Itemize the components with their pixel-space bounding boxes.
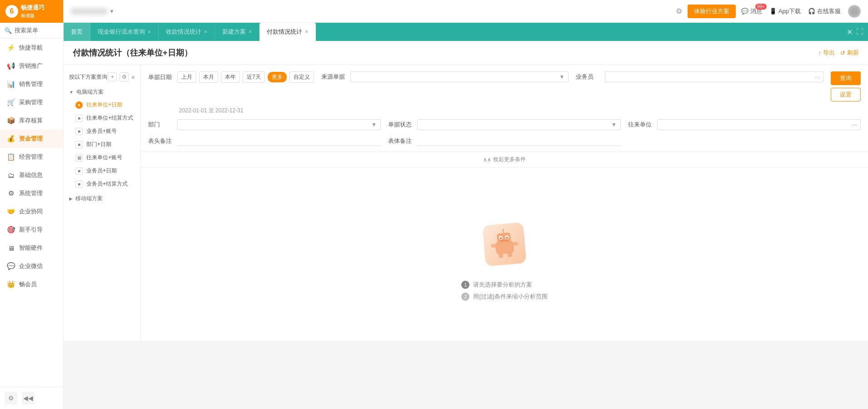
scheme-item-counterpart-date[interactable]: ● 往来单位+日期 bbox=[64, 98, 140, 111]
scheme-item-salesman-settlement[interactable]: ■ 业务员+结算方式 bbox=[64, 177, 140, 191]
tab-home-label: 首页 bbox=[71, 28, 83, 36]
export-btn[interactable]: ↑ 导出 bbox=[818, 49, 835, 57]
user-avatar[interactable] bbox=[848, 5, 861, 18]
tab-payment-stats-close[interactable]: × bbox=[305, 29, 308, 35]
tab-close-all-icon[interactable]: ✕ bbox=[847, 28, 853, 36]
tab-receivable-close[interactable]: × bbox=[204, 29, 207, 35]
member-icon: 👑 bbox=[6, 280, 15, 289]
voucher-status-select[interactable]: ▼ bbox=[417, 119, 621, 130]
source-voucher-group: 来源单据 ▼ bbox=[321, 71, 569, 82]
sidebar-item-finance[interactable]: 💰 资金管理 bbox=[0, 130, 63, 148]
topbar-settings-icon[interactable]: ⚙ bbox=[676, 7, 682, 15]
tab-new-plan-close[interactable]: × bbox=[249, 29, 252, 35]
empty-tip-1: 1 请先选择要分析的方案 bbox=[461, 281, 547, 289]
header-note-input[interactable] bbox=[177, 136, 381, 146]
refresh-btn[interactable]: ↺ 刷新 bbox=[840, 49, 859, 57]
date-btn-7days[interactable]: 近7天 bbox=[243, 71, 265, 83]
tab-bank-flow-label: 现金银行流水查询 bbox=[98, 28, 145, 36]
mobile-arrow-icon: ▶ bbox=[69, 196, 73, 201]
scheme-panel-icons: + ⚙ « bbox=[108, 72, 135, 81]
settings-bottom-icon[interactable]: ⚙ bbox=[5, 392, 17, 404]
service-icon: 🎧 bbox=[808, 8, 815, 15]
sidebar-item-system[interactable]: ⚙ 系统管理 bbox=[0, 184, 63, 202]
date-btn-custom[interactable]: 自定义 bbox=[289, 71, 314, 83]
tab-new-plan[interactable]: 新建方案 × bbox=[215, 23, 259, 41]
body-note-input[interactable] bbox=[417, 136, 621, 146]
sidebar-label-enterprise: 企业协同 bbox=[19, 207, 43, 216]
scheme-collapse-icon[interactable]: « bbox=[131, 73, 135, 81]
add-icon-char: + bbox=[111, 74, 114, 80]
voucher-status-arrow: ▼ bbox=[611, 121, 617, 128]
purchase-icon: 🛒 bbox=[6, 98, 15, 107]
tab-receivable[interactable]: 收款情况统计 × bbox=[159, 23, 215, 41]
desktop-group-header[interactable]: ▼ 电脑端方案 bbox=[64, 86, 140, 98]
scheme-item-salesman-date[interactable]: ■ 业务员+日期 bbox=[64, 164, 140, 177]
quick-nav-icon: ⚡ bbox=[6, 43, 15, 52]
collapse-sidebar-icon[interactable]: ◀◀ bbox=[22, 392, 35, 404]
search-menu[interactable]: 🔍 搜索菜单 bbox=[0, 23, 63, 39]
add-scheme-icon[interactable]: + bbox=[108, 72, 117, 81]
scheme-icon-counterpart-settlement: ■ bbox=[75, 115, 83, 122]
sidebar-item-enterprise[interactable]: 🤝 企业协同 bbox=[0, 202, 63, 221]
scheme-and-filter-wrap: 按以下方案查询 + ⚙ « ▼ 电脑端方案 bbox=[64, 65, 868, 341]
date-btn-more[interactable]: 更多 bbox=[268, 72, 287, 82]
counterpart-label: 往来单位 bbox=[628, 121, 653, 129]
tab-expand-icon[interactable]: ⛶ bbox=[856, 28, 863, 36]
sidebar-item-member[interactable]: 👑 畅会员 bbox=[0, 275, 63, 293]
page-header: 付款情况统计（往来单位+日期） ↑ 导出 ↺ 刷新 bbox=[64, 41, 868, 65]
salesman-select[interactable]: ··· bbox=[605, 71, 823, 82]
scheme-item-counterpart-account[interactable]: ▦ 往来单位+账号 bbox=[64, 151, 140, 164]
sidebar-item-base-info[interactable]: 🗂 基础信息 bbox=[0, 166, 63, 184]
app-sub: 标准版 bbox=[21, 13, 45, 19]
topbar: ▼ ⚙ 体验行业方案 💬 消息 99+ 📱 App下载 🎧 在线客服 bbox=[64, 0, 868, 23]
mobile-group-header[interactable]: ▶ 移动端方案 bbox=[64, 192, 140, 205]
source-voucher-select[interactable]: ▼ bbox=[350, 71, 569, 82]
scheme-item-counterpart-settlement[interactable]: ■ 往来单位+结算方式 bbox=[64, 111, 140, 125]
source-voucher-arrow: ▼ bbox=[559, 74, 564, 80]
tab-payment-stats-label: 付款情况统计 bbox=[267, 28, 302, 36]
sidebar-item-purchase[interactable]: 🛒 采购管理 bbox=[0, 93, 63, 111]
tab-payment-stats[interactable]: 付款情况统计 × bbox=[259, 23, 316, 41]
svg-rect-11 bbox=[499, 253, 504, 258]
right-panel: 单据日期 上月 本月 本年 近7天 更多 自定义 bbox=[141, 65, 868, 341]
message-icon: 💬 bbox=[741, 8, 748, 15]
sidebar-item-weixin[interactable]: 💬 企业微信 bbox=[0, 257, 63, 275]
tab-bank-flow-close[interactable]: × bbox=[148, 29, 151, 35]
sidebar-label-quick-nav: 快捷导航 bbox=[19, 44, 43, 52]
scheme-icon-salesman-date: ■ bbox=[75, 167, 83, 175]
desktop-arrow-icon: ▼ bbox=[69, 90, 74, 95]
header-note-label: 表头备注 bbox=[148, 137, 174, 145]
date-btn-last-month[interactable]: 上月 bbox=[177, 71, 196, 83]
scheme-panel-title: 按以下方案查询 bbox=[69, 73, 107, 81]
sidebar-item-operations[interactable]: 📋 经营管理 bbox=[0, 148, 63, 166]
svg-point-8 bbox=[502, 229, 504, 231]
collapse-btn[interactable]: ∧∧ 收起更多条件 bbox=[483, 156, 526, 163]
trial-btn[interactable]: 体验行业方案 bbox=[688, 5, 736, 18]
sidebar-item-guide[interactable]: 🎯 新手引导 bbox=[0, 221, 63, 239]
sidebar-item-sales[interactable]: 📊 销售管理 bbox=[0, 75, 63, 93]
date-btn-this-month[interactable]: 本月 bbox=[199, 71, 218, 83]
sidebar-item-marketing[interactable]: 📢 营销推广 bbox=[0, 57, 63, 75]
sidebar-item-quick-nav[interactable]: ⚡ 快捷导航 bbox=[0, 39, 63, 57]
app-download-btn[interactable]: 📱 App下载 bbox=[769, 7, 801, 15]
query-btn[interactable]: 查询 bbox=[831, 71, 861, 85]
salesman-arrow: ··· bbox=[815, 74, 819, 80]
salesman-label: 业务员 bbox=[576, 73, 601, 81]
date-btn-this-year[interactable]: 本年 bbox=[221, 71, 240, 83]
sidebar-item-inventory[interactable]: 📦 库存核算 bbox=[0, 111, 63, 130]
settings-btn[interactable]: 设置 bbox=[831, 88, 861, 101]
voucher-date-group: 单据日期 上月 本月 本年 近7天 更多 自定义 bbox=[148, 71, 314, 83]
counterpart-select[interactable]: ··· bbox=[657, 119, 861, 130]
service-label: 在线客服 bbox=[817, 7, 841, 15]
tab-bank-flow[interactable]: 现金银行流水查询 × bbox=[90, 23, 159, 41]
sidebar-item-hardware[interactable]: 🖥 智能硬件 bbox=[0, 239, 63, 257]
refresh-label: 刷新 bbox=[847, 49, 859, 57]
scheme-settings-icon[interactable]: ⚙ bbox=[120, 72, 129, 81]
collapse-up-icon: ∧∧ bbox=[483, 157, 491, 163]
online-service-btn[interactable]: 🎧 在线客服 bbox=[808, 7, 841, 15]
messages-btn[interactable]: 💬 消息 99+ bbox=[741, 7, 762, 15]
scheme-item-salesman-account[interactable]: ■ 业务员+账号 bbox=[64, 125, 140, 138]
tab-home[interactable]: 首页 bbox=[64, 23, 90, 41]
dept-select[interactable]: ▼ bbox=[177, 119, 381, 130]
scheme-item-dept-date[interactable]: ■ 部门+日期 bbox=[64, 138, 140, 151]
